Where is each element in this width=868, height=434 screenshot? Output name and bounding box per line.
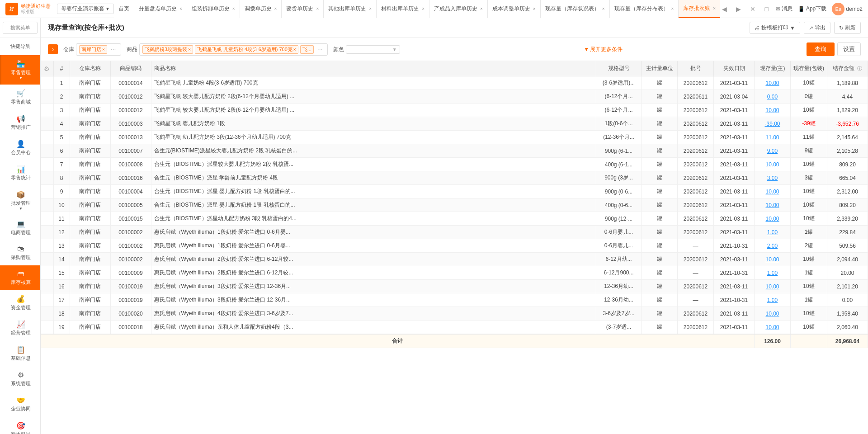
tab-close-icon[interactable]: × <box>602 6 605 11</box>
search-single-btn[interactable]: 搜索英单 <box>3 22 38 34</box>
tab-close-icon[interactable]: × <box>671 6 674 11</box>
tab-requisition[interactable]: 要货单历史 × <box>282 0 324 18</box>
row-qty-main[interactable]: 1.00 <box>755 293 791 307</box>
row-qty-main[interactable]: 10.00 <box>755 280 791 293</box>
row-qty-main[interactable]: 10.00 <box>755 253 791 266</box>
row-checkbox-cell <box>41 131 53 144</box>
row-qty-main[interactable]: 10.00 <box>755 185 791 198</box>
tab-current-qty-status[interactable]: 现存量（库存状况表）× <box>541 0 610 18</box>
product-ellipsis[interactable]: ··· <box>316 46 325 53</box>
row-qty-main[interactable]: 2.00 <box>755 239 791 253</box>
row-qty-main[interactable]: 11.00 <box>755 131 791 144</box>
sidebar-item-business[interactable]: 📈 经营管理 <box>0 316 40 341</box>
sidebar-item-retail-stats[interactable]: 📊 零售统计 <box>0 160 40 186</box>
sidebar-item-guide[interactable]: 🎯 新手引导 <box>0 417 40 434</box>
row-name: 惠氏启赋（Wyeth illuma）3段奶粉 爱尔兰进口 12-36月... <box>151 280 596 293</box>
row-qty-main[interactable]: 9.00 <box>755 144 791 158</box>
row-qty-main[interactable]: 10.00 <box>755 212 791 226</box>
product-input[interactable]: 飞鹤奶粉3段两提装 × 飞鹤星飞帆 儿童奶粉 4段(3-6岁适用) 700克 ×… <box>139 43 328 56</box>
table-row: 10 南岸门店 00100005 合生元（BIOSTIME）派星 婴儿配方奶粉 … <box>41 198 868 212</box>
tab-combo[interactable]: 组装拆卸单历史 × <box>187 0 240 18</box>
row-index: 12 <box>53 226 70 239</box>
tab-close-icon[interactable]: × <box>179 6 182 11</box>
sidebar-item-basic[interactable]: 📋 基础信息 <box>0 341 40 366</box>
print-button[interactable]: 🖨 按模板打印 ▼ <box>750 22 800 34</box>
tab-close-icon[interactable]: × <box>533 6 536 11</box>
row-qty-main[interactable]: 10.00 <box>755 104 791 117</box>
sidebar-item-cooperation[interactable]: 🤝 企业协同 <box>0 392 40 417</box>
tab-home[interactable]: 首页 <box>114 0 134 18</box>
sidebar-item-member[interactable]: 👤 会员中心 <box>0 135 40 160</box>
tab-split-history[interactable]: 分量盘点单历史 × <box>134 0 187 18</box>
row-qty-main[interactable]: 10.00 <box>755 198 791 212</box>
quick-nav-btn[interactable]: 快捷导航 <box>0 41 40 52</box>
row-expire: 2021-03-11 <box>714 131 755 144</box>
row-qty-main[interactable]: -39.00 <box>755 117 791 131</box>
sidebar-item-marketing[interactable]: 📢 营销推广 <box>0 110 40 135</box>
row-warehouse: 南岸门店 <box>70 226 110 239</box>
warehouse-label: 仓库 <box>63 46 74 53</box>
inventory-icon: 🗃 <box>17 270 24 278</box>
export-button[interactable]: ↗ 导出 <box>804 22 830 34</box>
row-qty-main[interactable]: 10.00 <box>755 76 791 90</box>
tab-close-all-icon[interactable]: ✕ <box>748 5 757 13</box>
product-tag1-close[interactable]: × <box>188 47 191 52</box>
product-tag2-close[interactable]: × <box>293 47 296 52</box>
tab-close-icon[interactable]: × <box>422 6 425 11</box>
row-qty-main[interactable]: 10.00 <box>755 158 791 171</box>
tab-close-icon[interactable]: × <box>316 6 319 11</box>
warehouse-tag-close[interactable]: × <box>102 47 105 52</box>
tab-cost-adjust[interactable]: 成本调整单历史 × <box>488 0 541 18</box>
row-qty-main[interactable]: 1.00 <box>755 266 791 280</box>
filter-expand-btn[interactable]: › <box>48 44 58 54</box>
tab-close-icon[interactable]: × <box>369 6 372 11</box>
tab-prev-icon[interactable]: ◀ <box>720 5 729 13</box>
row-qty-main[interactable]: 10.00 <box>755 321 791 335</box>
tab-current-qty-dist[interactable]: 现存量（库存分布表）× <box>610 0 679 18</box>
sidebar-item-finance[interactable]: 💰 资金管理 <box>0 290 40 316</box>
basic-icon: 📋 <box>16 345 25 354</box>
row-checkbox-cell <box>41 280 53 293</box>
account-dropdown[interactable]: 母婴行业演示账套 ▼ <box>57 4 114 14</box>
warehouse-input[interactable]: 南岸门店 × ··· <box>76 43 121 56</box>
warehouse-ellipsis[interactable]: ··· <box>109 46 118 53</box>
row-amount: 1,189.88 <box>827 76 868 90</box>
tab-other-out[interactable]: 其他出库单历史 × <box>324 0 377 18</box>
sidebar-item-system[interactable]: ⚙ 系统管理 <box>0 366 40 392</box>
user-area[interactable]: Ea demo2 <box>832 3 863 15</box>
page-actions: 🖨 按模板打印 ▼ ↗ 导出 ↻ 刷新 <box>750 22 861 34</box>
tab-material-out[interactable]: 材料出库单历史 × <box>377 0 429 18</box>
query-button[interactable]: 查询 <box>807 42 835 56</box>
sidebar-item-purchase[interactable]: 🛍 采购管理 <box>0 241 40 265</box>
refresh-button[interactable]: ↻ 刷新 <box>834 22 861 34</box>
app-download-btn[interactable]: 📱 App下载 <box>798 5 826 13</box>
expand-more-btn[interactable]: ▼ 展开更多条件 <box>584 46 623 53</box>
color-input[interactable]: ▼ <box>346 45 400 54</box>
tab-transfer[interactable]: 调拨单历史 × <box>240 0 282 18</box>
tab-product-in[interactable]: 产成品入库单历史 × <box>429 0 488 18</box>
tab-close-icon[interactable]: × <box>480 6 483 11</box>
row-qty-main[interactable]: 3.00 <box>755 171 791 185</box>
row-qty-main[interactable]: 1.00 <box>755 226 791 239</box>
row-qty-main[interactable]: 0.00 <box>755 90 791 104</box>
row-unit: 罐 <box>642 239 678 253</box>
tab-warehouse-batch[interactable]: 库存批次账 × <box>679 0 720 18</box>
tab-close-icon[interactable]: × <box>274 6 277 11</box>
sidebar-item-wholesale[interactable]: 📦 批发管理 ▼ <box>0 186 40 215</box>
setting-button[interactable]: 设置 <box>837 42 861 56</box>
tab-next-icon[interactable]: ▶ <box>734 5 743 13</box>
inventory-table: ⚙ # 仓库名称 商品编码 商品名称 规格型号 主计量单位 批号 失效日期 现存… <box>41 61 868 348</box>
sidebar-item-retail-shop[interactable]: 🛒 零售商城 <box>0 85 40 110</box>
row-qty-main[interactable]: 10.00 <box>755 307 791 321</box>
tab-maximize-icon[interactable]: □ <box>763 5 770 13</box>
info-icon[interactable]: ⓘ <box>857 66 862 71</box>
sidebar-item-inventory[interactable]: 🗃 库存核算 <box>0 265 40 290</box>
table-header-row: ⚙ # 仓库名称 商品编码 商品名称 规格型号 主计量单位 批号 失效日期 现存… <box>41 61 868 76</box>
sidebar-item-ecommerce[interactable]: 💻 电商管理 <box>0 215 40 241</box>
tab-close-icon[interactable]: × <box>713 6 716 11</box>
messages-btn[interactable]: ✉ 消息 <box>776 5 793 13</box>
sidebar-item-retail-mgmt[interactable]: 🏪 零售管理 ▼ <box>0 55 40 85</box>
settings-icon[interactable]: ⚙ <box>44 65 50 72</box>
row-spec: (3-7岁适... <box>596 321 642 335</box>
tab-close-icon[interactable]: × <box>232 6 235 11</box>
